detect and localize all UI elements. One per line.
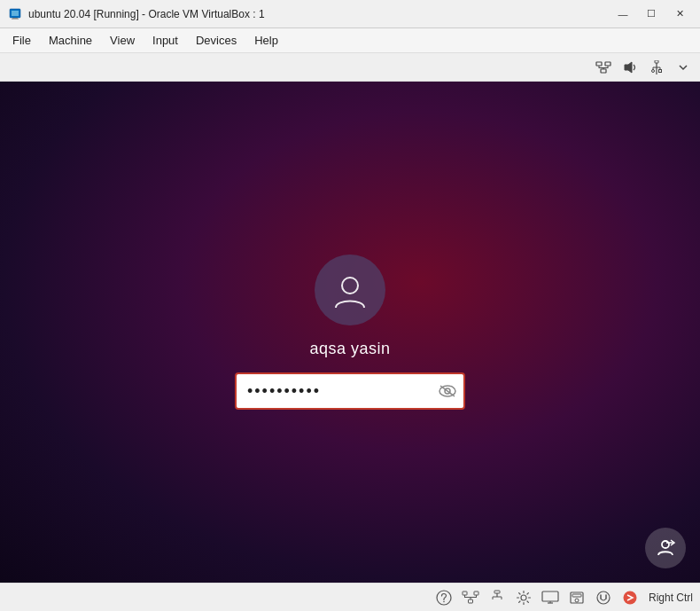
maximize-button[interactable]: ☐: [638, 5, 665, 23]
usb-icon[interactable]: [647, 58, 666, 77]
svg-point-50: [623, 591, 636, 604]
menu-machine[interactable]: Machine: [40, 30, 101, 51]
usb-status-icon[interactable]: [486, 586, 509, 609]
vm-help-icon[interactable]: [432, 586, 455, 609]
svg-marker-11: [625, 62, 632, 73]
svg-rect-45: [572, 594, 581, 597]
arrow-right-icon[interactable]: [618, 586, 642, 609]
plug-icon[interactable]: [592, 586, 615, 609]
svg-rect-3: [12, 19, 19, 20]
svg-rect-4: [596, 62, 602, 66]
menu-input[interactable]: Input: [144, 30, 187, 51]
switch-user-button[interactable]: [645, 528, 686, 568]
svg-rect-1: [12, 11, 19, 16]
menu-devices[interactable]: Devices: [187, 30, 245, 51]
audio-icon[interactable]: [620, 58, 640, 77]
settings-status-icon[interactable]: [512, 586, 535, 609]
username-label: aqsa yasin: [309, 340, 390, 358]
virtualbox-icon: [7, 6, 23, 22]
avatar: [315, 255, 385, 325]
svg-rect-6: [601, 69, 606, 73]
svg-point-46: [575, 599, 579, 602]
svg-rect-41: [542, 591, 558, 601]
svg-rect-35: [494, 591, 500, 593]
svg-rect-30: [468, 599, 472, 603]
titlebar-title: ubuntu 20.04 [Running] - Oracle VM Virtu…: [28, 8, 265, 20]
titlebar-left: ubuntu 20.04 [Running] - Oracle VM Virtu…: [7, 6, 265, 22]
svg-rect-18: [659, 69, 662, 72]
user-avatar-icon: [331, 270, 369, 309]
svg-point-40: [521, 595, 526, 600]
password-field-wrapper: [235, 372, 465, 410]
menu-file[interactable]: File: [4, 30, 40, 51]
chevron-down-icon[interactable]: [673, 58, 693, 77]
statusbar: Right Ctrl: [0, 583, 700, 611]
password-input[interactable]: [235, 372, 465, 410]
login-container: aqsa yasin: [235, 255, 465, 410]
menubar: File Machine View Input Devices Help: [0, 28, 700, 53]
minimize-button[interactable]: —: [610, 5, 636, 23]
svg-point-17: [652, 69, 655, 72]
svg-rect-5: [605, 62, 611, 66]
menu-help[interactable]: Help: [245, 30, 287, 51]
right-ctrl-label: Right Ctrl: [649, 591, 693, 604]
network-icon[interactable]: [594, 58, 613, 77]
toggle-password-visibility[interactable]: [439, 385, 456, 397]
close-button[interactable]: ✕: [666, 5, 693, 23]
toolbar: [0, 53, 700, 82]
vm-screen[interactable]: aqsa yasin: [0, 82, 700, 583]
titlebar: ubuntu 20.04 [Running] - Oracle VM Virtu…: [0, 0, 700, 28]
svg-rect-12: [655, 60, 658, 63]
svg-rect-29: [474, 591, 478, 595]
disk-status-icon[interactable]: [565, 586, 588, 609]
titlebar-controls: — ☐ ✕: [610, 5, 693, 23]
monitor-status-icon[interactable]: [539, 586, 562, 609]
svg-point-26: [437, 591, 451, 605]
menu-view[interactable]: View: [101, 30, 144, 51]
network-status-icon[interactable]: [459, 586, 482, 609]
svg-rect-28: [463, 591, 467, 595]
svg-point-20: [342, 278, 358, 294]
svg-point-27: [443, 600, 445, 602]
svg-point-24: [662, 541, 669, 548]
svg-point-47: [597, 591, 610, 604]
